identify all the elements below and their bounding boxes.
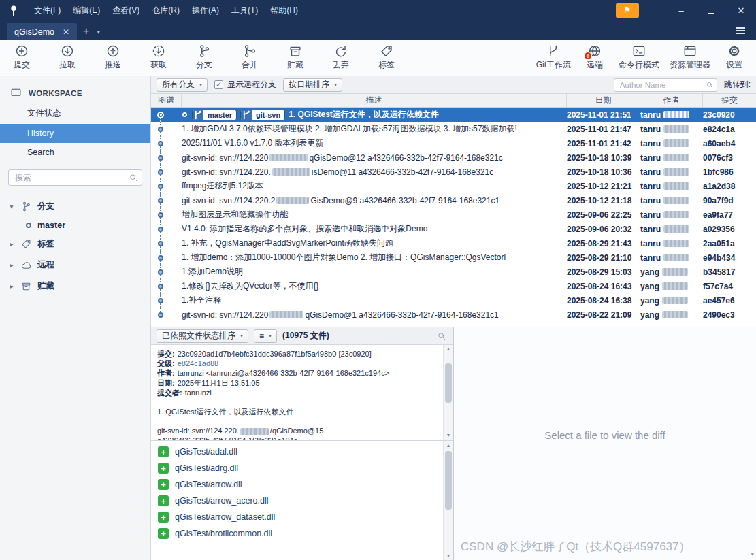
commit-row[interactable]: git-svn-id: svn://124.220qGisDemo@12 a43…	[151, 150, 756, 165]
close-button[interactable]: ✕	[726, 0, 756, 20]
search-icon[interactable]	[437, 331, 446, 341]
toolbar-explorer-button[interactable]: 资源管理器	[670, 44, 710, 71]
graph-cell	[151, 136, 182, 150]
header-date[interactable]: 日期	[567, 94, 640, 107]
commit-row[interactable]: 1.补全注释2025-08-24 16:38yangae457e6	[151, 293, 756, 308]
commit-row[interactable]: ffmpeg迁移到5.12版本2025-10-12 21:21tanrua1a2…	[151, 179, 756, 193]
file-sort-dropdown[interactable]: 已依照文件状态排序 ▾	[157, 329, 248, 343]
commit-hash: 90a7f9d	[703, 196, 756, 205]
censored-text	[663, 154, 689, 161]
header-author[interactable]: 作者	[640, 94, 703, 107]
toolbar-fetch-button[interactable]: 获取	[145, 44, 172, 71]
tab-close-icon[interactable]: ✕	[63, 27, 69, 37]
merge-icon	[242, 44, 257, 59]
toolbar-pull-button[interactable]: 拉取	[54, 44, 81, 71]
scroll-down-icon[interactable]: ▼	[444, 431, 453, 440]
sidebar-search-input[interactable]	[8, 169, 142, 186]
commit-row[interactable]: 1.添加Demo说明2025-08-29 15:03yangb345817	[151, 265, 756, 279]
commit-row[interactable]: 1. 增加demo：添加1000-10000个图片对象Demo 2. 增加接口：…	[151, 250, 756, 265]
commit-hash: 2aa051a	[703, 239, 756, 248]
maximize-button[interactable]	[696, 0, 726, 20]
menu-item[interactable]: 编辑(E)	[67, 2, 105, 19]
new-tab-button[interactable]: +	[77, 25, 95, 40]
tab-dropdown-caret-icon[interactable]: ▾	[95, 29, 101, 40]
scroll-down-icon[interactable]: ▼	[444, 551, 453, 560]
toolbar-push-button[interactable]: 推送	[99, 44, 127, 71]
details-scrollbar[interactable]: ▲ ▼	[443, 345, 453, 440]
commit-description: 1. 补充，QgisManager中addSvgMarkerPoint函数缺失问…	[182, 237, 567, 249]
detail-line: 提交者:tanrunzi	[157, 388, 438, 397]
toolbar-remote-button[interactable]: !远端	[581, 44, 608, 71]
sort-dropdown[interactable]: 按日期排序 ▾	[283, 78, 342, 92]
sidebar-item-history[interactable]: History	[0, 124, 150, 143]
menu-item[interactable]: 仓库(R)	[146, 2, 185, 19]
menu-item[interactable]: 文件(F)	[29, 2, 66, 19]
hamburger-menu-icon[interactable]	[730, 27, 751, 40]
commit-row[interactable]: V1.4.0: 添加指定名称的多个点对象、搜索选中和取消选中对象Demo2025…	[151, 222, 756, 236]
sidebar-section-branches[interactable]: ▾分支	[0, 196, 150, 217]
caret-down-icon: ▾	[199, 82, 202, 88]
scrollbar-track[interactable]	[444, 354, 453, 431]
toolbar-settings-button[interactable]: 设置	[721, 44, 748, 71]
file-row[interactable]: +qGisTest/adrg.dll	[157, 460, 440, 476]
graph-node-icon	[158, 212, 163, 218]
sourcetree-window: 文件(F)编辑(E)查看(V)仓库(R)操作(A)工具(T)帮助(H) ⚑ – …	[0, 0, 756, 560]
toolbar-stash-button[interactable]: 贮藏	[282, 44, 309, 71]
commit-row[interactable]: git-svn-id: svn://124.220qGisDemo@1 a432…	[151, 308, 756, 322]
sidebar-item-search[interactable]: Search	[0, 143, 150, 162]
toolbar-gitflow-button[interactable]: Git工作流	[536, 44, 571, 71]
file-row[interactable]: +qGisTest/arrow_acero.dll	[157, 493, 440, 509]
sidebar-branch-master[interactable]: master	[0, 217, 150, 233]
sidebar-item-file-status[interactable]: 文件状态	[0, 103, 150, 124]
header-commit[interactable]: 提交	[703, 94, 756, 107]
menu-item[interactable]: 操作(A)	[186, 2, 225, 19]
toolbar-tag-button[interactable]: 标签	[373, 44, 400, 71]
notification-flag-button[interactable]: ⚑	[616, 3, 639, 18]
scroll-up-icon[interactable]: ▲	[444, 441, 453, 450]
scrollbar-thumb[interactable]	[445, 451, 452, 510]
toolbar-commit-button[interactable]: 提交	[8, 44, 35, 71]
parent-hash-link[interactable]: e824c1ad88	[178, 359, 219, 367]
branch-badge[interactable]: git-svn	[240, 110, 285, 120]
caret-down-icon: ▾	[269, 333, 272, 339]
toolbar-merge-button[interactable]: 合并	[236, 44, 263, 71]
file-row[interactable]: +qGisTest/adal.dll	[157, 444, 440, 460]
menu-item[interactable]: 工具(T)	[226, 2, 263, 19]
branch-badge[interactable]: master	[192, 110, 237, 120]
commit-row[interactable]: 1.修改{}去掉改为QVector等，不使用{}2025-08-24 16:43…	[151, 279, 756, 293]
scrollbar-track[interactable]	[444, 450, 453, 551]
header-description[interactable]: 描述	[182, 94, 567, 107]
toolbar-discard-button[interactable]: 丢弃	[327, 44, 355, 71]
commit-author: tanru	[640, 225, 703, 234]
scrollbar-thumb[interactable]	[445, 363, 452, 403]
commit-row[interactable]: 增加图层显示和隐藏操作功能2025-09-06 22:25tanruea9fa7…	[151, 208, 756, 222]
commit-row[interactable]: 1. 补充，QgisManager中addSvgMarkerPoint函数缺失问…	[151, 236, 756, 250]
minimize-button[interactable]: –	[666, 0, 696, 20]
sidebar-section-tags[interactable]: ▸标签	[0, 233, 150, 254]
menu-item[interactable]: 查看(V)	[107, 2, 145, 19]
content-area: WORKSPACE 文件状态HistorySearch ▾分支master▸标签…	[0, 76, 756, 560]
scroll-up-icon[interactable]: ▲	[444, 345, 453, 354]
menu-item[interactable]: 帮助(H)	[265, 2, 303, 19]
files-scrollbar[interactable]: ▲ ▼	[443, 441, 453, 560]
author-filter-input[interactable]	[614, 78, 717, 92]
detail-line: a4326466-332b-42f7-9164-168e321c194c	[157, 435, 438, 441]
branch-filter-dropdown[interactable]: 所有分支 ▾	[157, 78, 208, 92]
toolbar-branch-button[interactable]: 分支	[191, 44, 218, 71]
commit-author: tanru	[640, 239, 703, 248]
sidebar-section-remotes[interactable]: ▸远程	[0, 254, 150, 276]
commit-row[interactable]: mastergit-svn1. QGIStest运行文件，以及运行依赖文件202…	[151, 108, 756, 122]
commit-row[interactable]: git-svn-id: svn://124.220.isDemo@11 a432…	[151, 165, 756, 179]
tab-qgisdemo[interactable]: qGisDemo ✕	[7, 23, 77, 40]
show-remote-checkbox[interactable]: ✓ 显示远程分支	[214, 79, 276, 90]
commit-row[interactable]: 2025/11/01 V1.6.0 v1.7.0 版本列表更新2025-11-0…	[151, 136, 756, 150]
commit-row[interactable]: 1. 增加GDAL3.7.0依赖环境管理模块 2. 增加GDAL加载s57海图数…	[151, 122, 756, 136]
toolbar-terminal-button[interactable]: 命令行模式	[619, 44, 659, 71]
file-row[interactable]: +qGisTest/brotlicommon.dll	[157, 525, 440, 542]
file-row[interactable]: +qGisTest/arrow.dll	[157, 476, 440, 493]
header-graph[interactable]: 图谱	[151, 94, 182, 107]
file-row[interactable]: +qGisTest/arrow_dataset.dll	[157, 509, 440, 525]
view-options-dropdown[interactable]: ≡ ▾	[254, 329, 277, 343]
sidebar-section-stashes[interactable]: ▸贮藏	[0, 276, 150, 297]
commit-row[interactable]: git-svn-id: svn://124.220.2GisDemo@9 a43…	[151, 193, 756, 208]
